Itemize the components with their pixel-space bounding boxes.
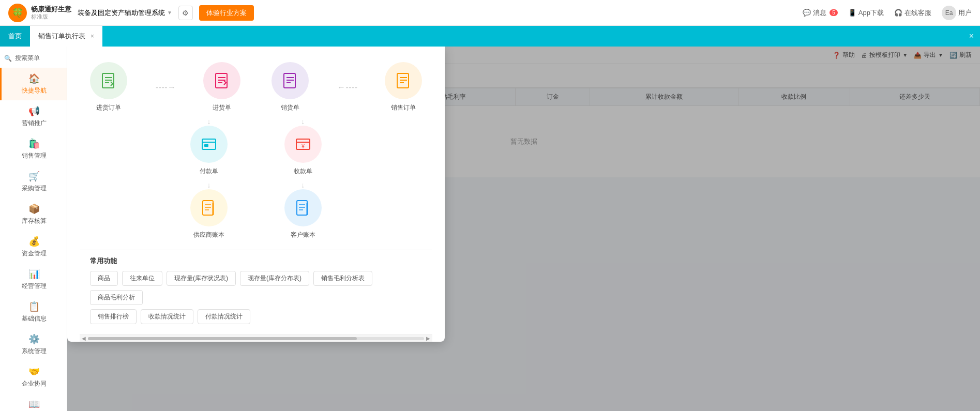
flow-row-arrows2: ↓ ↓ bbox=[90, 181, 422, 189]
flow-node-sales-invoice[interactable]: 销货单 bbox=[272, 62, 309, 112]
customer-ledger-circle bbox=[284, 189, 322, 226]
supplier-ledger-label: 供应商账本 bbox=[193, 231, 224, 239]
scroll-left-button[interactable]: ◀ bbox=[82, 336, 86, 341]
common-functions-title: 常用功能 bbox=[90, 256, 422, 266]
flow-node-payment[interactable]: 付款单 bbox=[190, 126, 228, 176]
sidebar-item-enterprise[interactable]: 🤝 企业协同 bbox=[0, 361, 67, 393]
purchase-invoice-circle bbox=[203, 62, 240, 99]
customer-ledger-label: 客户账本 bbox=[291, 231, 315, 239]
basic-info-icon: 📋 bbox=[28, 301, 40, 312]
app-download-label: App下载 bbox=[858, 8, 884, 18]
svg-rect-16 bbox=[202, 139, 216, 149]
main-layout: 🔍 搜索菜单 🏠 快捷导航 📢 营销推广 🛍️ 销售管理 🛒 采购管理 📦 库存… bbox=[0, 47, 980, 411]
tab-home[interactable]: 首页 bbox=[0, 26, 30, 47]
sidebar-item-finance[interactable]: 💰 资金管理 bbox=[0, 231, 67, 263]
func-btn-sales-rank[interactable]: 销售排行榜 bbox=[90, 309, 137, 324]
sidebar-label-operation: 经营管理 bbox=[22, 282, 47, 291]
flow-node-purchase-invoice[interactable]: 进货单 bbox=[203, 62, 240, 112]
flow-row-arrows: ↓ ↓ bbox=[90, 117, 422, 126]
system-title-select[interactable]: 装备及固定资产辅助管理系统 ▼ bbox=[78, 8, 172, 18]
sidebar-item-purchase[interactable]: 🛒 采购管理 bbox=[0, 165, 67, 198]
function-btns-row1: 商品 往来单位 现存量(库存状况表) 现存量(库存分布表) 销售毛利分析表 商品… bbox=[90, 271, 422, 305]
enterprise-icon: 🤝 bbox=[28, 366, 40, 377]
sidebar-item-system[interactable]: ⚙️ 系统管理 bbox=[0, 328, 67, 361]
scroll-track[interactable] bbox=[88, 337, 424, 340]
func-btn-product-gross[interactable]: 商品毛利分析 bbox=[90, 290, 143, 305]
down-arrow-payment: ↓ bbox=[207, 181, 211, 189]
home-icon: 🏠 bbox=[28, 73, 40, 84]
close-all-tabs-button[interactable]: × bbox=[969, 32, 974, 41]
message-icon: 💬 bbox=[803, 9, 811, 17]
func-btn-product[interactable]: 商品 bbox=[90, 271, 118, 286]
flow-row-1: 进货订单 - - - - → bbox=[90, 62, 422, 112]
sidebar-item-operation[interactable]: 📊 经营管理 bbox=[0, 263, 67, 296]
message-label: 消息 bbox=[813, 8, 826, 18]
flow-node-supplier-ledger[interactable]: 供应商账本 bbox=[190, 189, 228, 239]
app-download-button[interactable]: 📱 App下载 bbox=[848, 8, 884, 18]
user-label: 用户 bbox=[958, 8, 972, 18]
sales-icon: 🛍️ bbox=[28, 138, 40, 149]
flow-row-2: 付款单 ¥ 收款单 bbox=[90, 126, 422, 176]
svg-rect-23 bbox=[204, 202, 212, 214]
scroll-thumb[interactable] bbox=[88, 337, 357, 340]
common-functions: 常用功能 商品 往来单位 现存量(库存状况表) 现存量(库存分布表) 销售毛利分… bbox=[80, 250, 432, 334]
func-btn-sales-gross[interactable]: 销售毛利分析表 bbox=[313, 271, 372, 286]
func-btn-stock-status[interactable]: 现存量(库存状况表) bbox=[167, 271, 236, 286]
sidebar-label-quick-nav: 快捷导航 bbox=[22, 86, 47, 95]
purchase-order-circle bbox=[90, 62, 127, 99]
content-area: ❓ 帮助 🖨 按模板打印 ▼ 📤 导出 ▼ 🔄 刷新 📅 — bbox=[67, 47, 980, 411]
flow-node-purchase-order[interactable]: 进货订单 bbox=[90, 62, 127, 112]
chevron-down-icon: ▼ bbox=[167, 10, 172, 16]
sidebar: 🔍 搜索菜单 🏠 快捷导航 📢 营销推广 🛍️ 销售管理 🛒 采购管理 📦 库存… bbox=[0, 47, 67, 411]
tab-sales-order-exec[interactable]: 销售订单执行表 × bbox=[30, 26, 102, 47]
func-btn-payment-stats[interactable]: 付款情况统计 bbox=[198, 309, 250, 324]
header-right: 💬 消息 5 📱 App下载 🎧 在线客服 Ea 用户 bbox=[803, 6, 972, 20]
header-left: 🍀 畅康通好生意 标准版 装备及固定资产辅助管理系统 ▼ ⚙ 体验行业方案 bbox=[8, 4, 254, 22]
user-menu[interactable]: Ea 用户 bbox=[942, 6, 972, 20]
logo-icon: 🍀 bbox=[8, 4, 27, 22]
payment-label: 付款单 bbox=[200, 167, 218, 176]
settings-button[interactable]: ⚙ bbox=[178, 6, 193, 20]
message-button[interactable]: 💬 消息 5 bbox=[803, 8, 838, 18]
scroll-right-button[interactable]: ▶ bbox=[426, 336, 430, 341]
online-service-button[interactable]: 🎧 在线客服 bbox=[894, 8, 931, 18]
message-badge: 5 bbox=[830, 9, 838, 16]
arrow-purchase-order-to-invoice: - - - - → bbox=[127, 83, 203, 92]
marketing-icon: 📢 bbox=[28, 105, 40, 117]
sidebar-item-quick-nav[interactable]: 🏠 快捷导航 bbox=[0, 68, 67, 100]
nav-tabs: 首页 销售订单执行表 × × bbox=[0, 26, 980, 47]
trial-button[interactable]: 体验行业方案 bbox=[199, 5, 254, 21]
svg-rect-33 bbox=[306, 203, 308, 215]
purchase-order-label: 进货订单 bbox=[96, 103, 121, 112]
purchase-icon: 🛒 bbox=[28, 171, 40, 182]
sidebar-item-newbie[interactable]: 📖 新手引导 bbox=[0, 393, 67, 411]
sidebar-label-purchase: 采购管理 bbox=[22, 184, 47, 193]
sidebar-label-enterprise: 企业协同 bbox=[22, 379, 47, 388]
sidebar-item-inventory[interactable]: 📦 库存核算 bbox=[0, 198, 67, 231]
sales-order-label: 销售订单 bbox=[391, 103, 416, 112]
sidebar-label-sales: 销售管理 bbox=[22, 151, 47, 160]
sidebar-label-basic-info: 基础信息 bbox=[22, 314, 47, 323]
receipt-label: 收款单 bbox=[294, 167, 312, 176]
sidebar-item-sales[interactable]: 🛍️ 销售管理 bbox=[0, 133, 67, 165]
func-btn-stock-dist[interactable]: 现存量(库存分布表) bbox=[240, 271, 309, 286]
avatar: Ea bbox=[942, 6, 956, 20]
flow-node-sales-order[interactable]: 销售订单 bbox=[385, 62, 422, 112]
func-btn-contacts[interactable]: 往来单位 bbox=[122, 271, 162, 286]
sidebar-item-marketing[interactable]: 📢 营销推广 bbox=[0, 100, 67, 133]
sidebar-label-finance: 资金管理 bbox=[22, 249, 47, 258]
func-btn-receipt-stats[interactable]: 收款情况统计 bbox=[141, 309, 193, 324]
sidebar-item-basic-info[interactable]: 📋 基础信息 bbox=[0, 296, 67, 328]
svg-rect-29 bbox=[298, 202, 306, 214]
flow-node-customer-ledger[interactable]: 客户账本 bbox=[284, 189, 322, 239]
svg-rect-18 bbox=[204, 144, 208, 147]
flow-node-receipt[interactable]: ¥ 收款单 bbox=[284, 126, 322, 176]
logo-sub: 标准版 bbox=[31, 13, 71, 20]
search-menu-button[interactable]: 🔍 搜索菜单 bbox=[0, 51, 67, 66]
phone-icon: 📱 bbox=[848, 9, 856, 17]
search-menu-label: 搜索菜单 bbox=[15, 54, 40, 63]
sales-invoice-label: 销货单 bbox=[281, 103, 299, 112]
sidebar-label-system: 系统管理 bbox=[22, 347, 47, 356]
close-tab-icon[interactable]: × bbox=[91, 33, 94, 40]
top-header: 🍀 畅康通好生意 标准版 装备及固定资产辅助管理系统 ▼ ⚙ 体验行业方案 💬 … bbox=[0, 0, 980, 26]
